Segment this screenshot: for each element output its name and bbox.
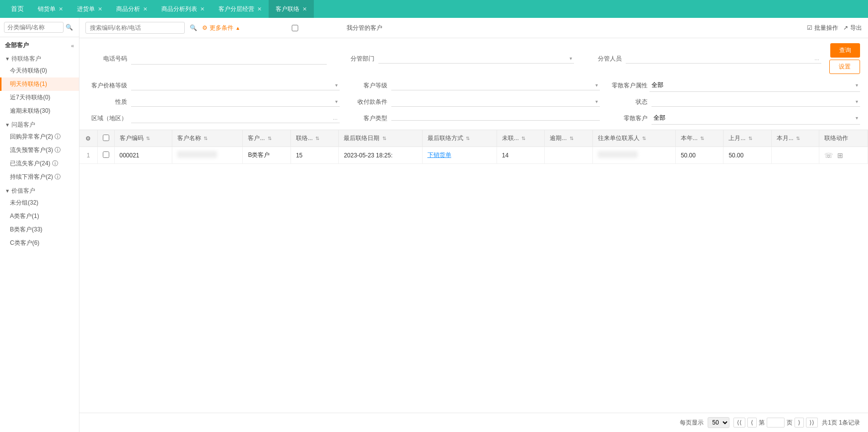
customer-type-select[interactable] (391, 116, 600, 121)
next-page-btn[interactable]: ⟩ (795, 418, 804, 428)
current-page-input[interactable]: 1 (767, 418, 785, 428)
nav-purchase[interactable]: 进货单 ✕ (70, 0, 109, 18)
sidebar-item-tomorrow-contact[interactable]: 明天待联络(1) (0, 77, 79, 91)
col-contact-count[interactable]: 联络... ⇅ (290, 130, 339, 147)
all-customers-header[interactable]: 全部客户 « (0, 37, 79, 52)
export-btn[interactable]: ↗ 导出 (843, 24, 862, 32)
nav-customer-segment-close[interactable]: ✕ (257, 6, 262, 12)
row-action: ☏ ⊞ (819, 147, 868, 164)
col-uncontacted[interactable]: 未联... ⇅ (497, 130, 545, 147)
sidebar-item-today-contact[interactable]: 今天待联络(0) (0, 64, 79, 77)
settings-button[interactable]: 设置 (829, 60, 860, 74)
sidebar-item-overdue-contact[interactable]: 逾期未联络(30) (0, 104, 79, 118)
action-call-icon[interactable]: ☏ (824, 151, 833, 159)
retail-attr-value: 全部 (651, 81, 663, 89)
my-customers-checkbox[interactable] (245, 25, 345, 31)
nav-sales-close[interactable]: ✕ (59, 6, 63, 12)
phone-input[interactable] (131, 53, 327, 65)
page-nav: ⟨⟨ ⟨ 第 1 页 ⟩ ⟩⟩ (733, 418, 818, 428)
col-contact-person-label: 往来单位联系人 (598, 135, 640, 142)
table-settings-icon[interactable]: ⚙ (85, 135, 91, 142)
manager-select[interactable]: … (626, 54, 821, 64)
col-uncontacted-label: 未联... (502, 135, 519, 142)
batch-ops-btn[interactable]: ☑ 批量操作 (807, 24, 838, 32)
sidebar-item-class-b[interactable]: B类客户(33) (0, 223, 79, 236)
col-type-label: 客户... (248, 135, 265, 142)
row-this-year: 50.00 (675, 147, 723, 164)
customer-level-select[interactable]: ▾ (391, 80, 600, 90)
nav-customer-contact-close[interactable]: ✕ (302, 6, 307, 12)
col-type[interactable]: 客户... ⇅ (243, 130, 291, 147)
filter-row-1: 电话号码 分管部门 ▾ 分管人员 … (87, 43, 860, 74)
nav-product-analysis-close[interactable]: ✕ (143, 6, 147, 12)
row-last-method-link[interactable]: 下销货单 (428, 151, 451, 158)
area-select[interactable]: … (131, 113, 340, 123)
col-overdue[interactable]: 逾期... ⇅ (545, 130, 593, 147)
gender-select[interactable]: ▾ (131, 97, 340, 107)
sidebar-item-continuous-decline[interactable]: 持续下滑客户(2) ⓘ (0, 170, 79, 184)
nav-purchase-close[interactable]: ✕ (98, 6, 102, 12)
row-this-month (771, 147, 819, 164)
sidebar-item-class-a[interactable]: A类客户(1) (0, 210, 79, 223)
sidebar: 🔍 全部客户 « 待联络客户 今天待联络(0) 明天待联络(1) 近7天待联络(… (0, 18, 79, 432)
sidebar-item-class-c[interactable]: C类客户(6) (0, 236, 79, 250)
col-this-month[interactable]: 本月... ⇅ (771, 130, 819, 147)
sidebar-item-churned[interactable]: 已流失客户(24) ⓘ (0, 157, 79, 170)
col-contact-person[interactable]: 往来单位联系人 ⇅ (592, 130, 675, 147)
first-page-btn[interactable]: ⟨⟨ (733, 418, 745, 428)
col-contact-count-label: 联络... (296, 135, 313, 142)
nav-product-analysis[interactable]: 商品分析 ✕ (109, 0, 154, 18)
group-problem-customers[interactable]: 问题客户 (0, 118, 79, 130)
prev-page-btn[interactable]: ⟨ (747, 418, 757, 428)
my-customers-checkbox-group: 我分管的客户 (245, 24, 382, 32)
nav-product-analysis-list[interactable]: 商品分析列表 ✕ (154, 0, 212, 18)
sidebar-search-input[interactable] (4, 22, 64, 33)
search-filter-icon[interactable]: 🔍 (190, 24, 197, 31)
more-conditions-btn[interactable]: ⚙ 更多条件 ▲ (202, 24, 240, 32)
sidebar-item-abnormal-repurchase[interactable]: 回购异常客户(2) ⓘ (0, 130, 79, 144)
main-layout: 🔍 全部客户 « 待联络客户 今天待联络(0) 明天待联络(1) 近7天待联络(… (0, 18, 868, 432)
row-contact-person (592, 147, 675, 164)
dept-select[interactable]: ▾ (378, 54, 574, 64)
col-last-method[interactable]: 最后联络方式 ⇅ (422, 130, 497, 147)
customer-price-level-select[interactable]: ▾ (131, 80, 340, 90)
action-grid-icon[interactable]: ⊞ (837, 151, 843, 159)
status-select[interactable]: ▾ (651, 97, 860, 107)
group-pending-contact[interactable]: 待联络客户 (0, 52, 79, 64)
col-code[interactable]: 客户编码 ⇅ (114, 130, 172, 147)
content-area: 🔍 ⚙ 更多条件 ▲ 我分管的客户 ☑ 批量操作 ↗ 导出 (79, 18, 868, 432)
col-settings[interactable]: ⚙ (79, 130, 97, 147)
nav-product-analysis-list-close[interactable]: ✕ (200, 6, 205, 12)
sidebar-item-churn-warning[interactable]: 流失预警客户(3) ⓘ (0, 144, 79, 157)
retail-customer-select[interactable]: 全部 ▾ (651, 112, 860, 125)
col-name[interactable]: 客户名称 ⇅ (172, 130, 243, 147)
last-page-btn[interactable]: ⟩⟩ (806, 418, 818, 428)
area-chevron-icon: … (333, 115, 338, 121)
retail-attr-select[interactable]: 全部 ▾ (650, 79, 860, 92)
nav-sales[interactable]: 销货单 ✕ (31, 0, 70, 18)
page-size-select[interactable]: 50 (708, 417, 729, 428)
top-nav: 首页 销货单 ✕ 进货单 ✕ 商品分析 ✕ 商品分析列表 ✕ 客户分层经营 ✕ … (0, 0, 868, 18)
export-label: 导出 (850, 24, 862, 32)
group-value-customers[interactable]: 价值客户 (0, 184, 79, 196)
retail-attr-field: 零散客户属性 全部 ▾ (608, 79, 860, 92)
sidebar-search-icon[interactable]: 🔍 (66, 24, 73, 31)
search-input[interactable] (85, 22, 185, 34)
col-last-date[interactable]: 最后联络日期 ⇅ (339, 130, 422, 147)
total-records-label: 共1页 1条记录 (822, 419, 860, 427)
sidebar-item-ungrouped[interactable]: 未分组(32) (0, 196, 79, 210)
payment-select[interactable]: ▾ (391, 97, 600, 107)
col-this-year-label: 本年... (681, 135, 698, 142)
status-field: 状态 ▾ (608, 97, 860, 107)
col-last-month[interactable]: 上月... ⇅ (723, 130, 772, 147)
select-all-checkbox[interactable] (103, 135, 109, 141)
collapse-sidebar-icon[interactable]: « (71, 43, 74, 49)
col-this-year[interactable]: 本年... ⇅ (675, 130, 723, 147)
row-checkbox[interactable] (103, 151, 109, 158)
nav-customer-segment[interactable]: 客户分层经营 ✕ (212, 0, 269, 18)
sidebar-item-7day-contact[interactable]: 近7天待联络(0) (0, 91, 79, 104)
query-button[interactable]: 查询 (830, 43, 860, 58)
nav-customer-contact[interactable]: 客户联络 ✕ (269, 0, 314, 18)
nav-home[interactable]: 首页 (4, 0, 31, 18)
retail-attr-label: 零散客户属性 (608, 81, 648, 90)
